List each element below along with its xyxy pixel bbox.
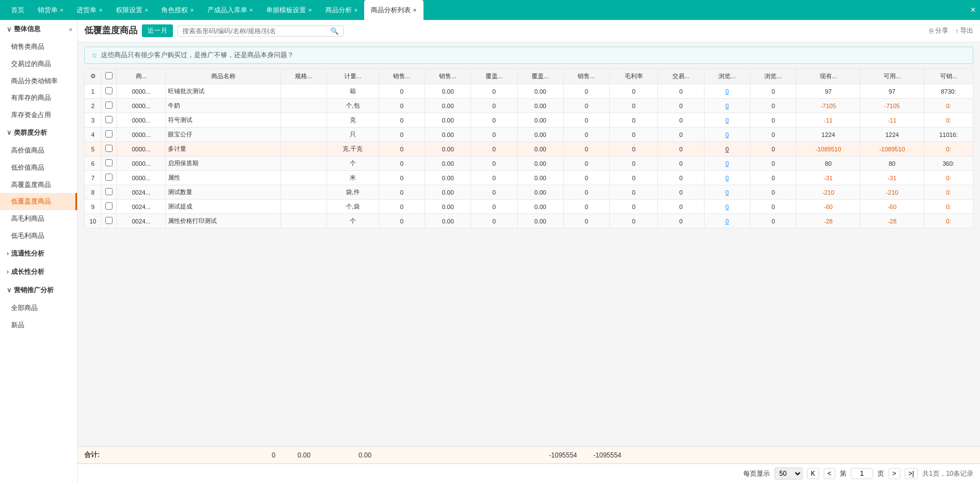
sidebar-item-stock-capital[interactable]: 库存资金占用	[0, 106, 77, 124]
col-settings[interactable]: ⚙	[85, 69, 101, 84]
row-name: 测试提成	[166, 200, 280, 214]
select-all-checkbox[interactable]	[105, 72, 113, 79]
row-stock3: 0:	[924, 113, 973, 128]
close-icon[interactable]: ×	[145, 7, 148, 13]
row-num: 10	[85, 214, 101, 228]
row-checkbox[interactable]	[105, 101, 113, 109]
close-icon[interactable]: ×	[354, 7, 358, 13]
sidebar-item-high-value[interactable]: 高价值商品	[0, 142, 77, 159]
row-margin: 0	[610, 171, 658, 185]
row-sales2: 0.00	[425, 99, 471, 113]
row-checkbox[interactable]	[105, 217, 113, 224]
share-button[interactable]: ⎘ 分享	[930, 26, 948, 35]
sidebar-section-marketing[interactable]: ∨ 营销推广分析	[0, 281, 77, 299]
row-checkbox[interactable]	[105, 188, 113, 195]
close-icon[interactable]: ×	[99, 7, 102, 13]
content-area: 低覆盖度商品 近一月 🔍 ⎘ 分享 ↑ 导出 ☆ 这些商品只有很少客户购买过，是…	[78, 20, 980, 483]
row-stock2: 97	[860, 84, 924, 99]
row-view1[interactable]: 0	[704, 99, 750, 113]
window-close-button[interactable]: ×	[971, 5, 976, 15]
header-actions: ⎘ 分享 ↑ 导出	[930, 26, 973, 35]
next-page-button[interactable]: >	[889, 468, 900, 479]
row-stock1: -7105	[797, 99, 860, 113]
row-checkbox[interactable]	[105, 159, 113, 166]
nav-role-auth[interactable]: 角色授权 ×	[155, 0, 200, 20]
row-checkbox[interactable]	[105, 202, 113, 210]
row-cover1: 0	[471, 156, 517, 171]
nav-template-settings[interactable]: 单据模板设置 ×	[259, 0, 318, 20]
nav-permission-settings[interactable]: 权限设置 ×	[109, 0, 155, 20]
search-input[interactable]	[182, 27, 328, 35]
col-code-header: 商...	[117, 69, 166, 84]
sidebar-section-group-analysis[interactable]: ∨ 类群度分析	[0, 124, 77, 142]
row-view1[interactable]: 0	[704, 142, 750, 156]
prev-page-button[interactable]: <	[824, 468, 835, 479]
sidebar-item-stocked-goods[interactable]: 有库存的商品	[0, 89, 77, 106]
sidebar-item-category-dynamic[interactable]: 商品分类动销率	[0, 73, 77, 90]
row-view2: 0	[750, 185, 796, 200]
sidebar-collapse-button[interactable]: «	[69, 26, 73, 33]
row-checkbox[interactable]	[105, 87, 113, 94]
row-checkbox-cell	[101, 128, 117, 142]
row-view1[interactable]: 0	[704, 214, 750, 228]
sidebar-section-growth[interactable]: › 成长性分析	[0, 263, 77, 281]
row-checkbox[interactable]	[105, 174, 113, 181]
row-stock3: 0:	[924, 171, 973, 185]
filter-period-button[interactable]: 近一月	[142, 24, 173, 37]
row-margin: 0	[610, 84, 658, 99]
nav-sales-order[interactable]: 销货单 ×	[31, 0, 70, 20]
row-view1[interactable]: 0	[704, 156, 750, 171]
row-view1[interactable]: 0	[704, 128, 750, 142]
row-unit: 只	[327, 128, 379, 142]
sidebar-item-low-coverage[interactable]: 低覆盖度商品	[0, 193, 77, 210]
nav-home[interactable]: 首页	[4, 0, 31, 20]
row-cover1: 0	[471, 128, 517, 142]
sidebar-item-high-margin[interactable]: 高毛利商品	[0, 210, 77, 227]
nav-purchase-order[interactable]: 进货单 ×	[70, 0, 109, 20]
sidebar-section-overall[interactable]: ∨ 整体信息 «	[0, 20, 77, 38]
sidebar-section-liquidity[interactable]: › 流通性分析	[0, 245, 77, 263]
close-icon[interactable]: ×	[60, 7, 63, 13]
row-view1[interactable]: 0	[704, 84, 750, 99]
row-checkbox-cell	[101, 200, 117, 214]
sidebar-item-all-goods[interactable]: 全部商品	[0, 299, 77, 317]
row-name: 属性价格打印测试	[166, 214, 280, 228]
export-button[interactable]: ↑ 导出	[955, 26, 973, 35]
row-sales3: 0	[563, 84, 609, 99]
last-page-button[interactable]: >|	[905, 468, 918, 479]
close-icon[interactable]: ×	[308, 7, 312, 13]
sidebar-item-traded-goods[interactable]: 交易过的商品	[0, 55, 77, 73]
page-size-select[interactable]: 50 20 100	[774, 467, 803, 480]
nav-product-analysis[interactable]: 商品分析 ×	[319, 0, 364, 20]
row-checkbox[interactable]	[105, 145, 113, 152]
first-page-button[interactable]: K	[807, 468, 819, 479]
nav-product-inbound[interactable]: 产成品入库单 ×	[201, 0, 259, 20]
row-code: 0000...	[117, 171, 166, 185]
row-checkbox-cell	[101, 214, 117, 228]
sidebar-item-new-goods[interactable]: 新品	[0, 317, 77, 334]
row-checkbox[interactable]	[105, 130, 113, 138]
row-view2: 0	[750, 171, 796, 185]
sidebar-item-high-coverage[interactable]: 高覆盖度商品	[0, 176, 77, 194]
sidebar-item-sales-goods[interactable]: 销售类商品	[0, 38, 77, 55]
row-view1[interactable]: 0	[704, 113, 750, 128]
row-checkbox[interactable]	[105, 116, 113, 123]
sidebar-item-low-value[interactable]: 低价值商品	[0, 159, 77, 176]
row-sales1: 0	[379, 128, 425, 142]
nav-product-analysis-list[interactable]: 商品分析列表 ×	[364, 0, 423, 20]
row-stock3: 360:	[924, 156, 973, 171]
total-values: 0 0.00 0.00 -1095554 -1095554	[104, 451, 973, 459]
sidebar-item-low-margin[interactable]: 低毛利商品	[0, 227, 77, 245]
row-stock3: 0:	[924, 99, 973, 113]
row-view1[interactable]: 0	[704, 185, 750, 200]
close-icon[interactable]: ×	[249, 7, 253, 13]
row-stock1: 80	[797, 156, 860, 171]
page-number-input[interactable]	[851, 468, 873, 479]
close-icon[interactable]: ×	[413, 7, 416, 13]
row-view1[interactable]: 0	[704, 171, 750, 185]
row-view1[interactable]: 0	[704, 200, 750, 214]
row-unit: 个,包	[327, 99, 379, 113]
row-cover2: 0.00	[517, 185, 563, 200]
row-stock2: -11	[860, 113, 924, 128]
close-icon[interactable]: ×	[190, 7, 193, 13]
